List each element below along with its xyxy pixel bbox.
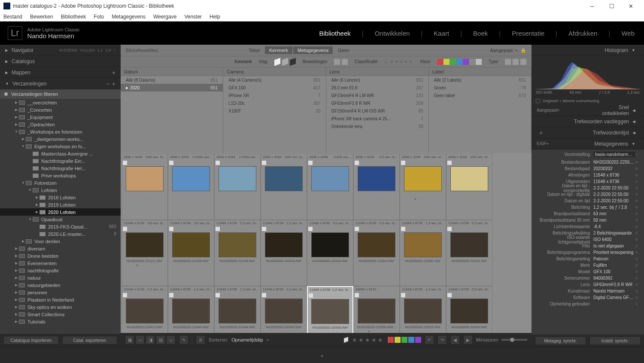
metadata-value[interactable]: Nando Harmsen (593, 289, 635, 293)
menu-bibliotheek[interactable]: Bibliotheek (61, 14, 86, 20)
filter-tab-kenmerk[interactable]: Kenmerk (265, 46, 292, 54)
metadata-value[interactable]: 94000392 (593, 276, 635, 281)
nav-next-button[interactable]: ▶ (463, 335, 473, 345)
tree-caret[interactable]: ▼ (21, 181, 26, 185)
flag-icon[interactable] (216, 161, 220, 165)
metadata-value[interactable]: 11648 x 8736 (593, 173, 635, 177)
metadata-value[interactable]: 2-2-2020 22:55:00 (593, 192, 635, 197)
thumbnail-image[interactable] (265, 166, 303, 191)
cell-rating[interactable]: · · · · · (169, 196, 213, 201)
tree-caret[interactable]: ▶ (14, 261, 19, 265)
flag-icon[interactable] (309, 293, 313, 298)
color-label-filter[interactable] (437, 59, 482, 65)
thumbnail-cell[interactable]: 11648 x 87369,0 sec. bi...NH20200202-222… (307, 220, 353, 286)
tree-caret[interactable]: ▼ (14, 130, 19, 134)
loupe-view-button[interactable]: ▭ (135, 335, 145, 345)
metadata-action-icon[interactable]: ≡ (635, 218, 640, 223)
metadata-action-icon[interactable]: ≡ (635, 302, 640, 306)
metadata-panel-header[interactable]: EXIF ÷ Metagegevens ▼ (532, 138, 644, 149)
collections-filter[interactable]: Verzamelingen filteren (0, 89, 121, 99)
cell-rating[interactable]: · · · · · (447, 262, 491, 268)
nav-prev-button[interactable]: ◀ (450, 335, 460, 345)
metadata-action-icon[interactable]: ≡ (635, 289, 640, 293)
sync-settings-button[interactable]: Instell. synchr. (589, 336, 641, 345)
metadata-action-icon[interactable]: ≡ (635, 211, 640, 216)
filter-tab-metagegevens[interactable]: Metagegevens (293, 46, 333, 54)
flag-icon[interactable] (308, 161, 313, 165)
cell-rating[interactable]: · · · · · (262, 329, 306, 333)
flag-icon[interactable] (447, 227, 452, 231)
metadata-action-icon[interactable]: ≡ (635, 269, 640, 274)
cell-rating[interactable]: · · · · · (355, 196, 398, 201)
lock-icon[interactable]: 🔒 (520, 48, 526, 53)
thumbnail-cell[interactable]: 11648 x 87361/6 sec. bi...NH20200202-221… (168, 220, 214, 286)
thumbnail-cell[interactable]: 11648 x 87361,3 sec. bi...NH20200202-225… (261, 286, 307, 333)
meta-column-header[interactable]: Lens (326, 67, 428, 76)
cell-rating[interactable]: · · · · · (447, 329, 491, 333)
meta-filter-row[interactable]: iPhone XR7 (223, 92, 325, 99)
thumbnail-image[interactable] (172, 166, 210, 191)
thumbnail-image[interactable] (126, 166, 164, 191)
rotate-left-button[interactable]: ↶ (425, 335, 434, 345)
thumbnail-image[interactable] (450, 166, 488, 191)
meta-filter-row[interactable]: L1D-20c207 (223, 99, 325, 107)
tree-item[interactable]: ▶Voor derden (0, 238, 121, 245)
metadata-action-icon[interactable]: ≡ (635, 173, 640, 177)
metadata-value[interactable]: Patroon (593, 256, 635, 261)
cell-rating[interactable]: · · · · · (216, 196, 259, 201)
meta-filter-row[interactable]: Alle (8 Datums)651 (121, 76, 223, 84)
thumbnail-image[interactable] (219, 166, 256, 191)
rating-stars[interactable]: ★★★★★ (352, 337, 384, 343)
flag-icon[interactable] (355, 161, 359, 165)
tree-item[interactable]: ▶personen (0, 289, 121, 296)
window-maximize-button[interactable]: ☐ (602, 0, 621, 12)
flag-icon[interactable] (355, 293, 359, 297)
metadata-action-icon[interactable]: ≡ (635, 186, 640, 190)
tree-item[interactable]: ▶_deelgenomen-works... (0, 135, 121, 143)
tree-caret[interactable]: ▶ (34, 210, 39, 214)
metadata-action-icon[interactable]: ≡ (635, 160, 640, 165)
metadata-action-icon[interactable]: ≡ (635, 205, 640, 210)
module-web[interactable]: Web (620, 30, 636, 37)
filter-preset-dropdown[interactable]: Aangepast (490, 48, 513, 53)
thumbnail-image[interactable] (358, 166, 395, 191)
metadata-value[interactable]: GFX 100 (593, 269, 635, 274)
thumbnail-image[interactable] (404, 299, 442, 323)
compare-view-button[interactable]: ◨ (146, 335, 155, 345)
type-filter[interactable] (505, 59, 526, 65)
import-catalog-button[interactable]: Catalogus importeren (3, 336, 59, 345)
flag-icon[interactable] (262, 293, 266, 297)
tree-caret[interactable]: ▶ (14, 101, 19, 104)
flag-icon[interactable] (355, 227, 359, 231)
tree-item[interactable]: Nachtfotografie Hel... (0, 165, 121, 172)
flag-icon[interactable] (216, 227, 220, 231)
tree-item[interactable]: ▶__overzichten (0, 99, 121, 106)
flag-icon[interactable] (123, 161, 127, 165)
tree-item[interactable]: ▶Plaatsen in Nederland (0, 296, 121, 303)
tree-caret[interactable]: ▶ (14, 276, 19, 280)
tree-item[interactable]: ▶_Opdrachten (0, 121, 121, 128)
metadata-action-icon[interactable]: ≡ (635, 244, 640, 248)
meta-filter-row[interactable]: GFX 100417 (223, 84, 325, 92)
tree-caret[interactable]: ▶ (14, 108, 19, 112)
tree-item[interactable]: ▶Smart Collections (0, 311, 121, 318)
thumbnail-cell[interactable]: 11648 x 87361/6 sec. bi...NH20200202-221… (122, 220, 168, 286)
color-label-buttons[interactable] (388, 337, 421, 343)
thumbnail-cell[interactable]: 4096 x 32641/60 sec. bi...· · · · · (122, 154, 168, 220)
thumbnail-image[interactable] (311, 166, 349, 191)
flag-icon[interactable] (447, 293, 452, 297)
menu-bestand[interactable]: Bestand (3, 14, 22, 20)
sort-direction-button[interactable]: ⇵ (196, 335, 205, 345)
cell-rating[interactable]: ★ · · · · (401, 196, 445, 201)
thumbnail-image[interactable] (172, 299, 210, 323)
thumbnail-cell[interactable]: 10656 x 8142NH20200202-225500-HDR...★ · … (353, 286, 400, 333)
tree-item[interactable]: ▶2020 Lofoten (0, 208, 121, 216)
thumbnail-image[interactable] (265, 232, 303, 257)
cell-rating[interactable]: ★ · · · · (355, 329, 398, 333)
tree-caret[interactable]: ▶ (14, 320, 19, 323)
filter-tab-tekst[interactable]: Tekst (244, 46, 264, 54)
meta-filter-row[interactable]: GF23mmF4 R LM WR123 (326, 92, 428, 99)
collapse-button[interactable]: − (106, 80, 109, 87)
metadata-value[interactable]: 2-2-2020 22:55:00 (593, 198, 635, 203)
quick-develop-header[interactable]: Aangepast ÷ Snel ontwikkelen ◀ (532, 105, 644, 116)
